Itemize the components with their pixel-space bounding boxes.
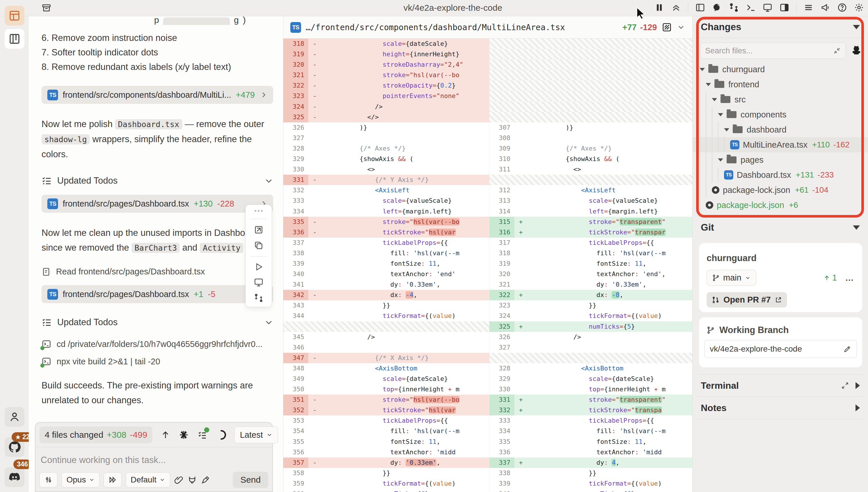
code-line: fill: 'hsl(var(--m	[527, 248, 693, 259]
chevron-down-icon[interactable]	[264, 318, 273, 327]
diff-mode-icon[interactable]	[662, 22, 672, 32]
line-number: 322	[489, 290, 514, 300]
tree-file-row[interactable]: TSDashboard.tsx+131-233	[693, 167, 868, 182]
copy-icon[interactable]	[254, 241, 264, 250]
diff-row: 344 tickFormat={(value)324 tickFormat={(…	[283, 311, 693, 321]
terminal-icon[interactable]	[746, 3, 756, 13]
folder-expand-chevron[interactable]	[706, 83, 711, 86]
pause-icon[interactable]	[654, 3, 664, 13]
folder-expand-chevron[interactable]	[718, 158, 723, 162]
search-files-input[interactable]: Search files...	[700, 43, 846, 59]
read-file-row[interactable]: Read frontend/src/pages/Dashboard.tsx	[42, 267, 273, 276]
updated-todos-section[interactable]: Updated Todos	[42, 175, 273, 186]
tree-folder-row[interactable]: frontend	[693, 77, 868, 92]
line-number: 320	[489, 269, 514, 279]
removed-count: -5	[208, 290, 215, 299]
indent-guide	[706, 92, 712, 107]
burst-icon[interactable]	[179, 429, 189, 440]
tree-folder-row[interactable]: pages	[693, 152, 868, 167]
git-section-header[interactable]: Git	[693, 217, 868, 238]
folder-expand-chevron[interactable]	[724, 128, 729, 131]
tree-file-row[interactable]: package-lock.json+6	[693, 198, 868, 213]
line-number: 313	[489, 196, 514, 206]
diff-row: 321- stroke="hsl(var(--bo	[283, 70, 693, 80]
attach-icon[interactable]	[174, 475, 184, 485]
files-changed-summary[interactable]: 4 files changed +308 -499	[40, 426, 153, 443]
collapse-tree-icon[interactable]	[833, 47, 841, 55]
kanban-view-button[interactable]	[5, 29, 24, 49]
scroll-to-top-icon[interactable]	[161, 430, 170, 440]
repo-more-menu[interactable]: …	[845, 273, 855, 283]
terminal-command-row[interactable]: npx vite build 2>&1 | tail -20	[42, 356, 273, 366]
diff-row: 318- scale={dateScale}	[283, 39, 693, 49]
collapse-up-icon[interactable]	[671, 3, 681, 13]
line-number: 341	[283, 279, 308, 290]
model-select[interactable]: Opus	[62, 472, 99, 487]
code-line	[321, 342, 489, 353]
todo-item: 8. Remove redundant axis labels (x/y lab…	[42, 60, 273, 74]
diff-rows[interactable]: 318- scale={dateScale}319- height={inner…	[283, 39, 693, 492]
menu-icon[interactable]	[803, 3, 814, 13]
tree-folder-row[interactable]: src	[693, 92, 868, 107]
line-number: 351	[283, 395, 308, 405]
line-number: 326	[489, 332, 514, 342]
branch-select[interactable]: main	[707, 270, 756, 286]
diff-row: 322- strokeOpacity={0.2}	[283, 80, 693, 91]
tree-folder-row[interactable]: components	[693, 107, 868, 122]
working-branch-input[interactable]: vk/4e2a-explore-the-code	[704, 340, 857, 358]
git-compare-icon[interactable]	[254, 293, 264, 303]
folder-expand-chevron[interactable]	[700, 68, 705, 71]
tree-file-row[interactable]: TSMultiLineArea.tsx+110-162	[693, 137, 868, 152]
terminal-command-row[interactable]: cd /private/var/folders/10/h7w0q46556ggr…	[42, 339, 273, 349]
expand-icon[interactable]	[841, 382, 849, 390]
preview-monitor-icon[interactable]	[254, 277, 264, 287]
monitor-icon[interactable]	[763, 3, 773, 13]
send-button[interactable]: Send	[233, 472, 268, 488]
fast-forward-button[interactable]	[103, 472, 122, 487]
help-icon[interactable]	[837, 3, 847, 13]
file-diff-chip[interactable]: TS frontend/src/components/dashboard/Mul…	[42, 86, 273, 104]
indent-guide	[706, 167, 712, 182]
profile-button[interactable]	[5, 407, 24, 427]
composer-settings-button[interactable]	[40, 472, 57, 487]
panel-right-filled-icon[interactable]	[779, 3, 789, 13]
changes-section-header[interactable]: Changes	[693, 16, 868, 38]
tree-folder-row[interactable]: dashboard	[693, 122, 868, 137]
panel-left-icon[interactable]	[695, 3, 705, 13]
layout-view-button[interactable]	[5, 6, 24, 26]
version-select[interactable]: Latest	[234, 426, 278, 443]
todo-list-icon[interactable]	[197, 429, 208, 440]
cat-icon[interactable]	[188, 475, 197, 485]
more-options-icon[interactable]	[254, 209, 264, 213]
added-count: +479	[236, 90, 255, 100]
megaphone-icon[interactable]	[820, 3, 830, 13]
line-number: 333	[489, 415, 514, 426]
file-tree[interactable]: churnguardfrontendsrccomponentsdashboard…	[693, 62, 868, 213]
message-input[interactable]: Continue working on this task...	[36, 447, 272, 465]
run-icon[interactable]	[254, 262, 263, 272]
edit-pencil-icon[interactable]	[843, 345, 851, 353]
open-pr-button[interactable]: Open PR #7	[707, 292, 787, 308]
notes-section-header[interactable]: Notes	[693, 397, 868, 419]
discord-button[interactable]	[5, 467, 24, 487]
folder-expand-chevron[interactable]	[712, 98, 717, 101]
folder-expand-chevron[interactable]	[718, 113, 723, 116]
chat-bubble-icon[interactable]	[712, 3, 722, 13]
chevron-down-icon[interactable]	[677, 23, 685, 32]
tree-folder-row[interactable]: churnguard	[693, 62, 868, 77]
pen-icon[interactable]	[201, 475, 210, 485]
mode-select[interactable]: Default	[126, 472, 170, 487]
updated-todos-section[interactable]: Updated Todos	[42, 317, 273, 327]
file-diff-chip[interactable]: TS frontend/src/pages/Dashboard.tsx +1 -…	[42, 285, 273, 303]
octocat-icon[interactable]	[850, 45, 862, 56]
chevron-down-icon[interactable]	[264, 176, 273, 185]
code-line: textAnchor: 'end'	[321, 269, 489, 279]
archive-icon[interactable]	[42, 3, 51, 13]
toolbar-divider	[251, 256, 267, 256]
view-diff-icon[interactable]	[254, 225, 264, 235]
git-compare-icon[interactable]	[729, 3, 739, 13]
terminal-section-header[interactable]: Terminal	[693, 374, 868, 397]
file-diff-chip[interactable]: TS frontend/src/pages/Dashboard.tsx +130…	[42, 195, 273, 213]
settings-gear-icon[interactable]	[854, 3, 864, 13]
tree-file-row[interactable]: package-lock.json+61-104	[693, 182, 868, 198]
